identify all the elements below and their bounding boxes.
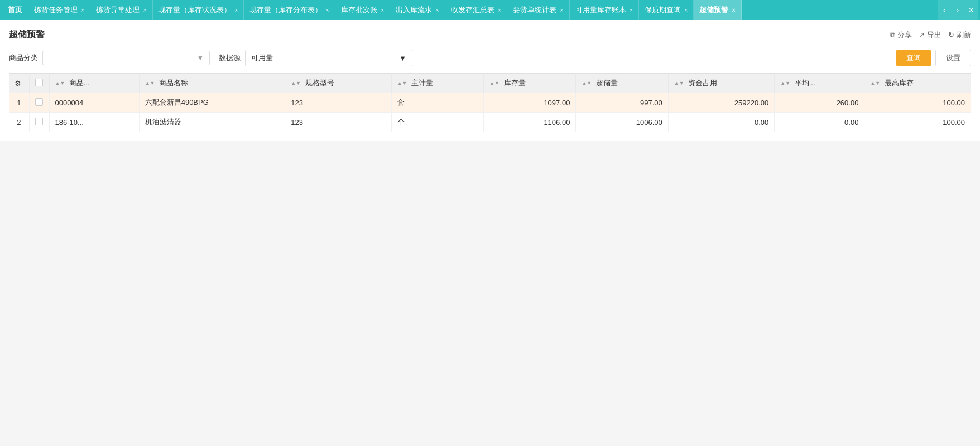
avg-cell: 260.00	[775, 93, 864, 113]
nav-close-abnormal[interactable]: ×	[143, 7, 146, 13]
share-icon: ⧉	[890, 31, 895, 40]
nav-close-quality[interactable]: ×	[684, 7, 688, 13]
spec-header[interactable]: ▲▼ 规格型号	[285, 74, 392, 93]
table-row: 1 0000004 六配套新昌490BPG 123 套 1097.00 997.…	[9, 93, 971, 113]
nav-item-abnormal[interactable]: 拣货异常处理 ×	[90, 0, 152, 20]
nav-next-button[interactable]: ›	[951, 0, 964, 20]
goods-code-cell: 0000004	[49, 93, 139, 113]
goods-name-cell: 六配套新昌490BPG	[139, 93, 285, 113]
overstock-cell: 997.00	[576, 93, 668, 113]
gear-column-header: ⚙	[9, 74, 29, 93]
nav-item-overstock[interactable]: 超储预警 ×	[694, 0, 741, 20]
header-actions: ⧉ 分享 ↗ 导出 ↻ 刷新	[890, 30, 971, 40]
spec-cell: 123	[285, 113, 392, 132]
filter-row: 商品分类 ▼ 数据源 可用量 ▼ 查询 设置	[9, 50, 971, 66]
refresh-action[interactable]: ↻ 刷新	[948, 30, 971, 40]
max-stock-cell: 100.00	[864, 93, 971, 113]
overstock-cell: 1006.00	[576, 113, 668, 132]
sort-arrows-icon-6: ▲▼	[582, 81, 592, 86]
category-select[interactable]: ▼	[42, 51, 210, 65]
query-button[interactable]: 查询	[896, 50, 931, 66]
nav-close-overstock[interactable]: ×	[732, 7, 735, 13]
sort-arrows-icon-3: ▲▼	[291, 81, 301, 86]
export-action[interactable]: ↗ 导出	[919, 30, 941, 40]
settings-button[interactable]: 设置	[935, 50, 971, 66]
nav-prev-button[interactable]: ‹	[938, 0, 951, 20]
nav-close-inout[interactable]: ×	[435, 7, 439, 13]
nav-item-stock-status[interactable]: 现存量（库存状况表） ×	[153, 0, 244, 20]
nav-item-collect[interactable]: 收发存汇总表 ×	[445, 0, 507, 20]
page-content: 超储预警 ⧉ 分享 ↗ 导出 ↻ 刷新 商品分类 ▼ 数据源	[0, 20, 980, 141]
refresh-icon: ↻	[948, 31, 954, 39]
checkbox-column-header	[29, 74, 49, 93]
sort-arrows-icon-7: ▲▼	[674, 81, 684, 86]
nav-item-avail-acct[interactable]: 可用量库存账本 ×	[570, 0, 639, 20]
stock-cell: 1097.00	[484, 93, 576, 113]
chevron-down-icon: ▼	[197, 54, 204, 62]
sort-arrows-icon-8: ▲▼	[780, 81, 790, 86]
unit-cell: 套	[391, 93, 483, 113]
row-checkbox-cell	[29, 113, 49, 132]
nav-item-stock-dist[interactable]: 现存量（库存分布表） ×	[244, 0, 335, 20]
capital-cell: 259220.00	[668, 93, 775, 113]
capital-cell: 0.00	[668, 113, 775, 132]
nav-item-task-mgmt[interactable]: 拣货任务管理 ×	[28, 0, 90, 20]
row-index: 2	[9, 113, 29, 132]
source-value: 可用量	[251, 53, 273, 63]
nav-close-batch[interactable]: ×	[381, 7, 384, 13]
nav-close-order-stat[interactable]: ×	[560, 7, 563, 13]
nav-arrows: ‹ › ×	[938, 0, 978, 20]
goods-code-cell: 186-10...	[49, 113, 139, 132]
stock-header[interactable]: ▲▼ 库存量	[484, 74, 576, 93]
avg-header[interactable]: ▲▼ 平均...	[775, 74, 864, 93]
row-checkbox[interactable]	[35, 118, 43, 125]
category-filter: 商品分类 ▼	[9, 51, 210, 65]
row-checkbox[interactable]	[35, 98, 43, 106]
sort-arrows-icon-9: ▲▼	[870, 81, 880, 86]
header-checkbox[interactable]	[35, 79, 43, 86]
data-table: ⚙ ▲▼ 商品... ▲▼ 商品名称 ▲▼ 规格型号 ▲▼	[9, 73, 971, 132]
source-select[interactable]: 可用量 ▼	[245, 50, 412, 66]
sort-arrows-icon: ▲▼	[55, 81, 65, 86]
goods-name-cell: 机油滤清器	[139, 113, 285, 132]
stock-cell: 1106.00	[484, 113, 576, 132]
nav-close-task-mgmt[interactable]: ×	[81, 7, 84, 13]
category-label: 商品分类	[9, 53, 38, 63]
row-index: 1	[9, 93, 29, 113]
spec-cell: 123	[285, 93, 392, 113]
unit-header[interactable]: ▲▼ 主计量	[391, 74, 483, 93]
gear-icon[interactable]: ⚙	[15, 79, 21, 88]
sort-arrows-icon-5: ▲▼	[489, 81, 499, 86]
nav-item-order-stat[interactable]: 要货单统计表 ×	[507, 0, 569, 20]
nav-close-avail-acct[interactable]: ×	[630, 7, 633, 13]
capital-header[interactable]: ▲▼ 资金占用	[668, 74, 775, 93]
source-label: 数据源	[219, 53, 241, 63]
unit-cell: 个	[391, 113, 483, 132]
nav-close-collect[interactable]: ×	[498, 7, 501, 13]
goods-code-header[interactable]: ▲▼ 商品...	[49, 74, 139, 93]
nav-more-button[interactable]: ×	[964, 0, 978, 20]
sort-arrows-icon-2: ▲▼	[145, 81, 155, 86]
source-filter: 数据源 可用量 ▼	[219, 50, 412, 66]
share-action[interactable]: ⧉ 分享	[890, 30, 912, 40]
avg-cell: 0.00	[775, 113, 864, 132]
nav-item-quality[interactable]: 保质期查询 ×	[639, 0, 694, 20]
nav-close-stock-dist[interactable]: ×	[325, 7, 329, 13]
sort-arrows-icon-4: ▲▼	[397, 81, 407, 86]
nav-close-stock-status[interactable]: ×	[234, 7, 238, 13]
export-icon: ↗	[919, 31, 925, 39]
page-header: 超储预警 ⧉ 分享 ↗ 导出 ↻ 刷新	[9, 29, 971, 41]
goods-name-header[interactable]: ▲▼ 商品名称	[139, 74, 285, 93]
row-checkbox-cell	[29, 93, 49, 113]
nav-item-home[interactable]: 首页	[2, 0, 28, 20]
nav-item-inout[interactable]: 出入库流水 ×	[390, 0, 445, 20]
overstock-header[interactable]: ▲▼ 超储量	[576, 74, 668, 93]
max-stock-header[interactable]: ▲▼ 最高库存	[864, 74, 971, 93]
table-header-row: ⚙ ▲▼ 商品... ▲▼ 商品名称 ▲▼ 规格型号 ▲▼	[9, 74, 971, 93]
max-stock-cell: 100.00	[864, 113, 971, 132]
table-row: 2 186-10... 机油滤清器 123 个 1106.00 1006.00 …	[9, 113, 971, 132]
page-title: 超储预警	[9, 29, 45, 41]
nav-item-batch[interactable]: 库存批次账 ×	[335, 0, 390, 20]
chevron-down-icon-2: ▼	[399, 54, 406, 62]
top-nav: 首页 拣货任务管理 × 拣货异常处理 × 现存量（库存状况表） × 现存量（库存…	[0, 0, 980, 20]
